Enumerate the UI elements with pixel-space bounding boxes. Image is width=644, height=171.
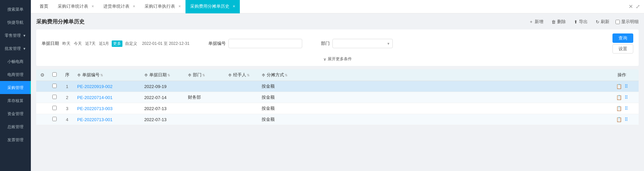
row-checkbox[interactable] [52,84,57,88]
sort-docno[interactable]: ≑ [77,72,81,77]
select-all-checkbox[interactable] [52,72,57,77]
sort-dept[interactable]: ≑ [188,72,192,77]
dept-filter: 部门 ▼ [321,39,393,48]
row-docno-link[interactable]: PE-20220713-003 [77,106,113,111]
close-tab-purchase-order-exec[interactable]: × [178,4,181,8]
show-columns-toggle[interactable]: 显示明细 [615,19,639,25]
table-header-row: ⚙ 序 ≑ 单据编号⇅ ≑ 单据日期⇅ [36,69,639,81]
row-settings-cell [36,103,48,114]
export-icon: ⬆ [574,19,578,24]
row-docno-link[interactable]: PE-20220919-002 [77,84,113,89]
date-custom[interactable]: 自定义 [124,40,138,47]
refresh-button[interactable]: ↻ 刷新 [594,17,611,26]
col-docno-header: ≑ 单据编号⇅ [74,69,141,81]
row-handler-cell [225,81,258,92]
more-icon[interactable]: ⠿ [625,106,628,111]
row-action-cell: 📋 ⠿ [605,114,639,125]
close-tab-purchase-cost-history[interactable]: × [233,4,235,8]
view-icon[interactable]: 📋 [616,95,622,100]
row-settings-cell [36,81,48,92]
docno-label: 单据编号 [208,40,226,47]
sidebar-item-retail[interactable]: 零售管理 ▼ [0,29,31,42]
row-handler-cell [225,103,258,114]
view-icon[interactable]: 📋 [616,106,622,111]
query-button[interactable]: 查询 [612,33,633,43]
date-7days[interactable]: 近7天 [85,40,96,47]
sidebar-item-quicknav[interactable]: 快捷导航 [0,16,31,29]
sidebar-item-ledger[interactable]: 总账管理 [0,120,31,133]
row-action-icons: 📋 ⠿ [608,95,635,100]
tab-purchase-cost-history[interactable]: 采购费用分摊单历史 × [185,0,240,13]
sidebar-item-search[interactable]: 搜索菜单 [0,3,31,16]
col-settings: ⚙ [36,69,48,81]
row-action-cell: 📋 ⠿ [605,81,639,92]
row-checkbox[interactable] [52,95,57,99]
close-tab-purchase-order-stats[interactable]: × [92,4,94,8]
row-settings-cell [36,114,48,125]
date-today[interactable]: 今天 [73,40,83,47]
row-checkbox-cell [48,92,60,103]
row-checkbox[interactable] [52,117,57,121]
view-icon[interactable]: 📋 [616,84,622,89]
col-split-header: ≑ 分摊方式⇅ [258,69,605,81]
table-row: 2 PE-20220714-001 2022-07-14 财务部 按金额 📋 ⠿ [36,92,639,103]
row-number-cell: 4 [60,114,74,125]
row-docno-cell: PE-20220714-001 [74,92,141,103]
row-docno-cell: PE-20220713-003 [74,103,141,114]
row-split-cell: 按金额 [258,81,605,92]
sidebar-item-wholesale[interactable]: 批发管理 ▼ [0,42,31,55]
delete-icon: 🗑 [551,19,556,24]
docno-filter: 单据编号 [208,39,302,48]
row-number-cell: 2 [60,92,74,103]
dept-label: 部门 [321,40,330,47]
row-number-cell: 1 [60,81,74,92]
sort-date-icon: ⇅ [167,73,170,77]
tab-purchase-order-exec[interactable]: 采购订单执行表 × [140,0,185,13]
sidebar-item-finance[interactable]: 资金管理 [0,107,31,120]
maximize-icon[interactable]: ⤢ [636,3,640,10]
date-more[interactable]: 更多 [112,40,122,47]
table-row: 1 PE-20220919-002 2022-09-19 按金额 📋 ⠿ [36,81,639,92]
sidebar-item-inventory[interactable]: 库存核算 [0,94,31,107]
sidebar-item-purchase[interactable]: 采购管理 [0,81,31,94]
tab-purchase-order-stats[interactable]: 采购订单统计表 × [53,0,99,13]
filter-buttons: 查询 设置 [612,33,633,54]
row-action-icons: 📋 ⠿ [608,117,635,122]
row-docno-link[interactable]: PE-20220713-001 [77,117,113,122]
export-button[interactable]: ⬆ 导出 [572,17,590,26]
docno-input[interactable] [228,39,302,48]
tab-home[interactable]: 首页 [35,0,53,13]
page-title: 采购费用分摊单历史 [36,18,85,25]
date-shortcuts: 昨天 今天 近7天 近1月 更多 自定义 [62,40,138,47]
settings-gear-icon[interactable]: ⚙ [40,72,45,78]
sort-date[interactable]: ≑ [144,72,148,77]
table-container: ⚙ 序 ≑ 单据编号⇅ ≑ 单据日期⇅ [36,69,639,125]
more-icon[interactable]: ⠿ [625,84,628,89]
add-button[interactable]: ＋ 新增 [527,17,545,26]
date-yesterday[interactable]: 昨天 [62,40,71,47]
row-handler-cell [225,92,258,103]
table-row: 3 PE-20220713-003 2022-07-13 按金额 📋 ⠿ [36,103,639,114]
more-icon[interactable]: ⠿ [625,95,628,100]
settings-button[interactable]: 设置 [612,44,633,54]
row-checkbox[interactable] [52,106,57,110]
sort-handler[interactable]: ≑ [228,72,232,77]
row-docno-link[interactable]: PE-20220714-001 [77,95,113,100]
view-icon[interactable]: 📋 [616,117,622,122]
sidebar-item-invoice[interactable]: 发票管理 [0,133,31,146]
show-columns-checkbox[interactable] [615,20,620,24]
dept-input[interactable] [332,39,393,48]
expand-conditions-button[interactable]: ∨ 展开更多条件 [323,56,352,62]
row-checkbox-cell [48,103,60,114]
close-icon[interactable]: ✕ [629,3,633,10]
delete-button[interactable]: 🗑 删除 [549,17,568,26]
sort-split[interactable]: ≑ [262,72,265,77]
date-1month[interactable]: 近1月 [98,40,110,47]
tab-inbound-stats[interactable]: 进货单统计表 × [99,0,140,13]
sidebar-item-ecommerce[interactable]: 电商管理 [0,68,31,81]
sidebar-item-mobile[interactable]: 小畅电商 [0,55,31,68]
data-table: ⚙ 序 ≑ 单据编号⇅ ≑ 单据日期⇅ [36,69,639,125]
close-tab-inbound-stats[interactable]: × [133,4,135,8]
more-icon[interactable]: ⠿ [625,117,628,122]
row-split-cell: 按金额 [258,103,605,114]
